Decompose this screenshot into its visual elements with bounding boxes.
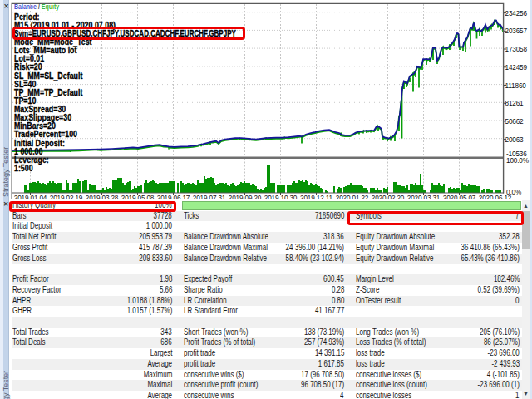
svg-text:2020.05.07: 2020.05.07 — [443, 195, 476, 200]
svg-text:2020.02.20: 2020.02.20 — [372, 195, 405, 200]
svg-text:81261: 81261 — [505, 100, 525, 107]
svg-text:2019.05.08: 2019.05.08 — [121, 195, 155, 200]
svg-text:111860: 111860 — [505, 82, 527, 90]
svg-text:2020.06.12: 2020.06.12 — [479, 195, 512, 200]
svg-text:2019.07.31: 2019.07.31 — [193, 195, 226, 200]
svg-text:2020.01.22: 2020.01.22 — [336, 195, 369, 200]
svg-text:203657: 203657 — [505, 27, 528, 35]
svg-text:173058: 173058 — [505, 46, 528, 53]
svg-text:2020.03.31: 2020.03.31 — [407, 195, 441, 200]
svg-text:142459: 142459 — [505, 64, 528, 71]
svg-text:50662: 50662 — [505, 118, 525, 126]
svg-text:234256: 234256 — [505, 10, 528, 17]
svg-text:2019.01.04: 2019.01.04 — [14, 195, 47, 200]
svg-text:2019.03.28: 2019.03.28 — [86, 195, 119, 200]
svg-text:2019.10.30: 2019.10.30 — [264, 195, 298, 200]
svg-text:20063: 20063 — [505, 136, 525, 144]
svg-text:2019.02.19: 2019.02.19 — [50, 195, 83, 200]
svg-text:2019.12.11: 2019.12.11 — [300, 195, 332, 200]
svg-text:100.0%: 100.0% — [506, 157, 529, 165]
svg-text:2019.09.20: 2019.09.20 — [229, 195, 262, 200]
svg-text:2019.06.17: 2019.06.17 — [157, 195, 190, 200]
